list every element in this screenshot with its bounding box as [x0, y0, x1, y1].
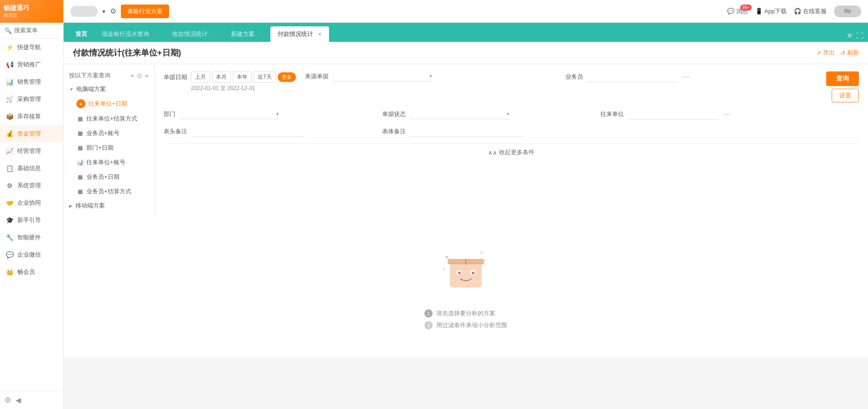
table-body-note-input[interactable]: [409, 126, 523, 137]
scheme-item-staff-account[interactable]: ▦ 业务员+账号: [64, 126, 154, 141]
salesperson-input[interactable]: [587, 71, 678, 82]
date-range-display: 2022-01-01 至 2022-12-31: [164, 85, 296, 92]
salesperson-dots-icon[interactable]: ···: [681, 73, 691, 81]
table-note-label: 表头备注: [164, 127, 187, 136]
scheme-item-label: 往来单位+结算方式: [86, 115, 137, 123]
finance-icon: 💰: [5, 130, 14, 138]
sidebar-search[interactable]: 🔍 搜索菜单: [0, 23, 63, 39]
sidebar-item-hardware[interactable]: 🔧 智能硬件: [0, 229, 63, 246]
partner-input[interactable]: [628, 109, 718, 120]
department-group: 部门 ▾: [164, 109, 373, 119]
system-icon: ⚙: [5, 182, 14, 190]
tab-expand-icon[interactable]: ⛶: [856, 32, 863, 40]
tab-bank-flow-close-icon[interactable]: ✕: [154, 31, 158, 37]
hardware-icon: 🔧: [5, 233, 14, 242]
sidebar-item-basic[interactable]: 📋 基础信息: [0, 160, 63, 177]
quick-nav-icon: ⚡: [5, 43, 14, 51]
this-year-btn[interactable]: 本年: [233, 71, 252, 83]
query-button[interactable]: 查询: [826, 71, 859, 86]
sidebar-item-purchase[interactable]: 🛒 采购管理: [0, 91, 63, 108]
scheme-item-dept-date[interactable]: ▦ 部门+日期: [64, 141, 154, 155]
sidebar-header: 畅捷通巧 标准版: [0, 0, 63, 23]
table-body-note-group: 表体备注: [382, 126, 592, 137]
scheme-item-staff-date[interactable]: ▦ 业务员+日期: [64, 170, 154, 184]
wechat-icon: 💬: [5, 251, 14, 259]
partner-group: 往来单位 ···: [600, 109, 810, 120]
scheme-active-icon: ●: [76, 99, 85, 108]
tab-new-scheme[interactable]: 新建方案 ✕: [224, 26, 270, 42]
table-note-input[interactable]: [191, 126, 304, 137]
salesperson-group: 业务员 ···: [565, 71, 817, 82]
sidebar-item-label: 经营管理: [17, 147, 41, 155]
marketing-icon: 📢: [5, 61, 14, 69]
footer-settings-icon[interactable]: ⚙: [5, 396, 11, 404]
last-7days-btn[interactable]: 近7天: [254, 71, 276, 83]
svg-point-5: [458, 272, 461, 274]
sidebar-item-wechat[interactable]: 💬 企业微信: [0, 246, 63, 263]
tip1-num: 1: [424, 309, 433, 318]
user-avatar[interactable]: Rit: [834, 5, 861, 17]
scheme-group-mobile-header[interactable]: ▶ 移动端方案: [64, 199, 154, 212]
svg-point-9: [480, 251, 484, 254]
online-service-label: 在线客服: [803, 7, 827, 15]
this-month-btn[interactable]: 本月: [212, 71, 231, 83]
tab-bank-flow-label: 现金银行流水查询: [102, 30, 149, 38]
sidebar-item-marketing[interactable]: 📢 营销推广: [0, 56, 63, 73]
scheme-add-icon[interactable]: +: [130, 72, 134, 79]
sidebar-item-system[interactable]: ⚙ 系统管理: [0, 177, 63, 194]
more-date-btn[interactable]: 更多: [278, 72, 296, 82]
filter-settings-button[interactable]: 设置: [832, 89, 859, 102]
sidebar-item-quick-nav[interactable]: ⚡ 快捷导航: [0, 39, 63, 56]
partner-dots-icon[interactable]: ···: [722, 110, 732, 118]
voucher-status-select-wrapper[interactable]: ▾: [409, 109, 509, 119]
sidebar-logo-text: 畅捷通巧: [4, 4, 29, 12]
company-dropdown-icon[interactable]: ▾: [102, 8, 105, 15]
tab-new-scheme-label: 新建方案: [231, 30, 254, 38]
app-download-item[interactable]: 📱 App下载: [755, 7, 787, 15]
export-icon: ↗: [816, 50, 821, 56]
last-month-btn[interactable]: 上月: [191, 71, 210, 83]
tab-pay-stat[interactable]: 付款情况统计 ✕: [270, 26, 329, 42]
scheme-table-icon-5: ▦: [76, 188, 84, 195]
collapse-more-btn[interactable]: ∧∧ 收起更多条件: [164, 143, 859, 161]
sidebar-item-inventory[interactable]: 📦 库存核算: [0, 108, 63, 125]
empty-state: 1 请先选择要分析的方案 2 用过滤条件来缩小分析范围: [64, 217, 868, 357]
notification-item[interactable]: 💬 消息 99+: [727, 7, 748, 15]
sidebar-item-sales[interactable]: 📊 销售管理: [0, 73, 63, 91]
tab-close-all-icon[interactable]: ✕: [847, 31, 853, 40]
source-voucher-select-wrapper[interactable]: ▾: [332, 71, 432, 81]
sidebar-item-label: 企业微信: [17, 251, 41, 259]
tab-payment-stat-close-icon[interactable]: ✕: [212, 31, 216, 37]
scheme-settings-icon[interactable]: ⊙: [137, 72, 142, 79]
export-btn[interactable]: ↗ 导出: [816, 49, 835, 57]
sidebar-item-guide[interactable]: 🎓 新手引导: [0, 212, 63, 229]
tab-pay-stat-close-icon[interactable]: ✕: [318, 31, 322, 37]
tab-payment-stat-label: 收款情况统计: [172, 30, 208, 38]
trial-btn[interactable]: 体验行业方案: [121, 5, 169, 18]
sidebar-item-operation[interactable]: 📈 经营管理: [0, 142, 63, 160]
scheme-item-unit-account[interactable]: 📊 往来单位+账号: [64, 155, 154, 170]
tab-bank-flow[interactable]: 现金银行流水查询 ✕: [95, 26, 165, 42]
left-panel: 按以下方案查询 + ⊙ « ▼ 电脑端方案 ●: [64, 64, 155, 217]
scheme-collapse-icon[interactable]: «: [145, 72, 149, 79]
header-settings-icon[interactable]: ⚙: [110, 7, 116, 15]
search-label: 搜索菜单: [14, 26, 38, 35]
sidebar-item-label: 系统管理: [17, 182, 41, 190]
sidebar-item-enterprise[interactable]: 🤝 企业协同: [0, 194, 63, 212]
sidebar-item-label: 畅会员: [17, 268, 35, 276]
sidebar-item-label: 采购管理: [17, 95, 41, 103]
department-select-wrapper[interactable]: ▾: [179, 109, 279, 119]
online-service-item[interactable]: 🎧 在线客服: [794, 7, 827, 15]
scheme-item-staff-settle[interactable]: ▦ 业务员+结算方式: [64, 184, 154, 199]
scheme-item-unit-date[interactable]: ● 往来单位+日期: [64, 96, 154, 111]
tab-new-scheme-close-icon[interactable]: ✕: [259, 31, 263, 37]
tab-payment-stat[interactable]: 收款情况统计 ✕: [165, 26, 224, 42]
refresh-btn[interactable]: ↺ 刷新: [840, 49, 859, 57]
sidebar-item-member[interactable]: 👑 畅会员: [0, 263, 63, 281]
footer-collapse-icon[interactable]: ◀: [15, 396, 21, 404]
scheme-group-desktop-header[interactable]: ▼ 电脑端方案: [64, 82, 154, 96]
sidebar-item-finance[interactable]: 💰 资金管理: [0, 125, 63, 142]
guide-icon: 🎓: [5, 216, 14, 224]
scheme-item-unit-settle[interactable]: ▦ 往来单位+结算方式: [64, 111, 154, 126]
tab-home[interactable]: 首页: [68, 26, 95, 42]
